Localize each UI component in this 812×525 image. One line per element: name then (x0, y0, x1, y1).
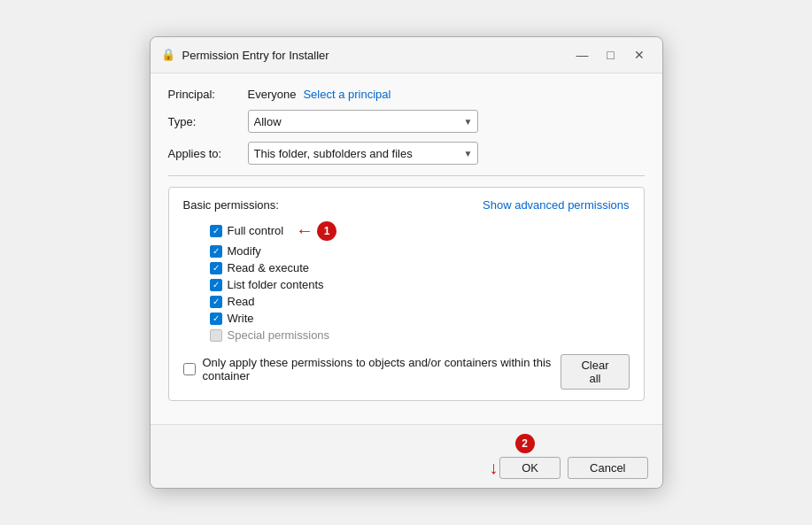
perm-item-full-control: Full control ← 1 (210, 220, 630, 241)
footer-buttons: 2 ↓ OK Cancel (489, 434, 647, 479)
window-icon: 🔒 (161, 48, 175, 62)
applies-to-label: Applies to: (168, 147, 248, 160)
annotation-arrow-2: ↓ (489, 458, 498, 478)
perm-label-special: Special permissions (228, 328, 330, 342)
apply-only-label: Only apply these permissions to objects … (203, 356, 561, 382)
perm-label-read: Read (228, 295, 255, 308)
applies-to-select[interactable]: This folder, subfolders and files This f… (248, 142, 478, 165)
title-bar-left: 🔒 Permission Entry for Installer (161, 48, 329, 62)
select-principal-link[interactable]: Select a principal (303, 88, 391, 101)
dialog-title: Permission Entry for Installer (182, 49, 329, 62)
title-bar: 🔒 Permission Entry for Installer — □ ✕ (151, 37, 662, 73)
dialog-body: Principal: Everyone Select a principal T… (151, 73, 662, 424)
perm-item-read: Read (210, 295, 630, 308)
permissions-section: Basic permissions: Show advanced permiss… (168, 187, 645, 401)
type-row: Type: Allow Deny ▼ (168, 110, 645, 133)
divider-1 (168, 175, 645, 176)
minimize-button[interactable]: — (570, 44, 595, 66)
perm-label-write: Write (228, 312, 254, 325)
perm-item-write: Write (210, 312, 630, 325)
ok-button[interactable]: OK (499, 457, 561, 479)
principal-label: Principal: (168, 88, 248, 101)
applies-to-select-wrapper: This folder, subfolders and files This f… (248, 142, 478, 165)
cancel-button[interactable]: Cancel (568, 457, 647, 479)
perm-checkbox-write[interactable] (210, 313, 222, 325)
perm-item-modify: Modify (210, 244, 630, 258)
type-select[interactable]: Allow Deny (248, 110, 478, 133)
maximize-button[interactable]: □ (599, 44, 623, 66)
type-select-wrapper: Allow Deny ▼ (248, 110, 478, 133)
show-advanced-link[interactable]: Show advanced permissions (483, 198, 629, 212)
perm-checkbox-full-control[interactable] (210, 225, 222, 237)
annotation-1: ← 1 (296, 220, 336, 241)
annotation-badge-2: 2 (515, 434, 535, 453)
close-button[interactable]: ✕ (627, 44, 652, 66)
principal-row: Principal: Everyone Select a principal (168, 88, 645, 101)
apply-only-row: Only apply these permissions to objects … (183, 356, 561, 382)
perm-item-special: Special permissions (210, 328, 630, 342)
perm-label-read-execute: Read & execute (228, 261, 310, 274)
annotation-badge-1: 1 (317, 221, 336, 241)
permission-entry-dialog: 🔒 Permission Entry for Installer — □ ✕ P… (150, 36, 663, 489)
bottom-row: Only apply these permissions to objects … (183, 354, 630, 390)
ok-button-wrapper: 2 ↓ OK (489, 434, 561, 479)
apply-only-checkbox[interactable] (183, 363, 196, 375)
annotation-2-wrapper: 2 (515, 434, 535, 453)
perm-checkbox-read-execute[interactable] (210, 262, 222, 274)
clear-all-button[interactable]: Clear all (561, 354, 629, 390)
perm-label-full-control: Full control (228, 224, 284, 237)
title-buttons: — □ ✕ (570, 44, 652, 66)
principal-value: Everyone (248, 88, 297, 101)
perm-checkbox-modify[interactable] (210, 245, 222, 258)
perm-item-read-execute: Read & execute (210, 261, 630, 274)
ok-arrow-row: ↓ OK (489, 457, 561, 479)
permissions-section-title: Basic permissions: (183, 198, 279, 212)
perm-label-list-folder: List folder contents (228, 278, 324, 291)
permissions-section-header: Basic permissions: Show advanced permiss… (183, 198, 630, 212)
perm-item-list-folder: List folder contents (210, 278, 630, 291)
type-label: Type: (168, 115, 248, 128)
perm-checkbox-list-folder[interactable] (210, 279, 222, 291)
perm-checkbox-read[interactable] (210, 296, 222, 308)
perm-checkbox-special (210, 329, 222, 342)
applies-to-row: Applies to: This folder, subfolders and … (168, 142, 645, 165)
perm-label-modify: Modify (228, 244, 261, 258)
dialog-footer: 2 ↓ OK Cancel (151, 424, 662, 488)
permissions-list: Full control ← 1 Modify Read & execute (183, 220, 630, 342)
annotation-arrow-1: ← (296, 220, 313, 241)
